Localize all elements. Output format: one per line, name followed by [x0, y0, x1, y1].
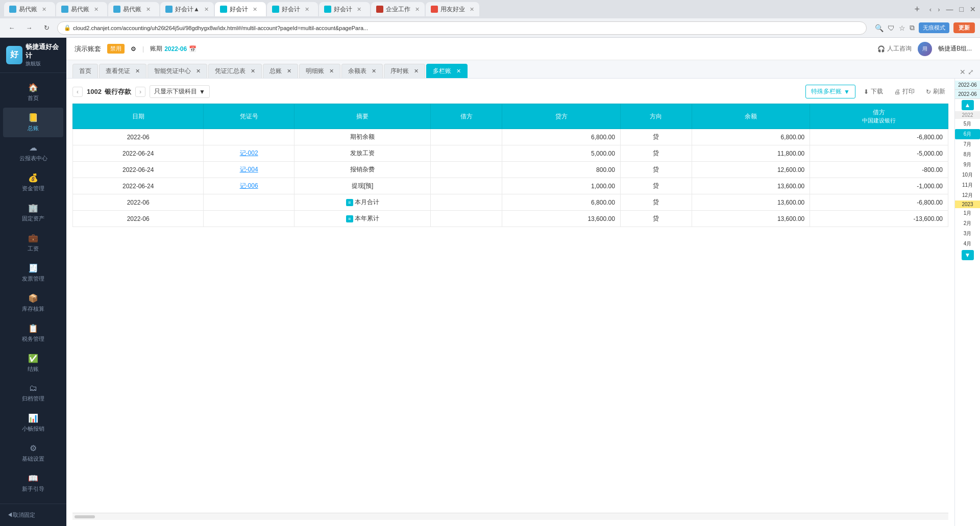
unpin-button[interactable]: ◀取消固定: [4, 508, 62, 522]
sidebar-item-归档管理[interactable]: 🗂归档管理: [3, 379, 63, 408]
minimize-button[interactable]: —: [946, 5, 953, 13]
browser-tab-7[interactable]: 好会计✕: [319, 2, 370, 16]
month-2023-4月[interactable]: 4月: [955, 239, 980, 249]
menu-icon-7: 📦: [28, 293, 38, 303]
cell-voucher-3[interactable]: 记-006: [204, 178, 294, 194]
page-tab-1[interactable]: 查看凭证✕: [99, 64, 146, 78]
update-button[interactable]: 更新: [953, 22, 975, 33]
star-icon[interactable]: ☆: [899, 24, 905, 32]
page-tab-close-7[interactable]: ✕: [414, 68, 419, 74]
page-tab-6[interactable]: 余额表✕: [341, 64, 383, 78]
sidebar-item-发票管理[interactable]: 🧾发票管理: [3, 258, 63, 288]
month-2023-2月[interactable]: 2月: [955, 218, 980, 229]
browser-tab-8[interactable]: 企业工作✕: [371, 2, 425, 16]
month-2023-1月[interactable]: 1月: [955, 208, 980, 218]
tab-close-9[interactable]: ✕: [470, 6, 474, 13]
page-tab-close-3[interactable]: ✕: [251, 68, 255, 74]
download-button[interactable]: ⬇ 下载: [861, 85, 886, 98]
refresh-ledger-button[interactable]: ↻ 刷新: [923, 85, 948, 98]
close-tab-button[interactable]: ✕: [960, 68, 966, 76]
month-2022-12月[interactable]: 12月: [955, 190, 980, 201]
new-tab-button[interactable]: +: [910, 2, 924, 16]
sidebar-item-云报表中心[interactable]: ☁云报表中心: [3, 138, 63, 167]
page-tab-close-5[interactable]: ✕: [329, 68, 334, 74]
month-2022-9月[interactable]: 9月: [955, 160, 980, 170]
tab-scroll-right[interactable]: ›: [938, 6, 940, 13]
sidebar-item-资金管理[interactable]: 💰资金管理: [3, 168, 63, 197]
tab-close-1[interactable]: ✕: [42, 6, 46, 13]
search-icon[interactable]: 🔍: [875, 24, 884, 32]
page-tab-close-2[interactable]: ✕: [196, 68, 201, 74]
page-tab-close-4[interactable]: ✕: [287, 68, 291, 74]
page-tab-8[interactable]: 多栏账✕: [426, 64, 468, 78]
no-trace-button[interactable]: 无痕模式: [919, 22, 949, 33]
sidebar-item-新手引导[interactable]: 📖新手引导: [3, 468, 63, 498]
page-tab-close-8[interactable]: ✕: [456, 68, 461, 74]
browser-tab-1[interactable]: 易代账✕: [4, 2, 55, 16]
sidebar-item-工资[interactable]: 💼工资: [3, 228, 63, 258]
sidebar-item-基础设置[interactable]: ⚙基础设置: [3, 438, 63, 468]
special-column-button[interactable]: 特殊多栏账 ▼: [805, 85, 855, 98]
month-2022-11月[interactable]: 11月: [955, 180, 980, 190]
settings-button[interactable]: ⚙: [131, 45, 136, 53]
forward-button[interactable]: →: [22, 21, 36, 35]
scroll-up-button[interactable]: ▲: [962, 100, 974, 110]
address-input[interactable]: 🔒 cloud2.chanjet.com/accounting/uh26t264…: [57, 21, 867, 35]
page-tab-4[interactable]: 总账✕: [263, 64, 298, 78]
month-2023-3月[interactable]: 3月: [955, 229, 980, 239]
split-screen-icon[interactable]: ⧉: [910, 23, 915, 32]
tab-close-3[interactable]: ✕: [146, 6, 151, 13]
browser-tab-6[interactable]: 好会计✕: [267, 2, 318, 16]
scrollbar-thumb[interactable]: [75, 515, 95, 518]
sidebar-item-小畅报销[interactable]: 📊小畅报销: [3, 408, 63, 438]
browser-tab-5[interactable]: 好会计✕: [215, 2, 266, 16]
demo-badge[interactable]: 禁用: [107, 44, 125, 54]
scroll-down-button[interactable]: ▼: [962, 250, 974, 260]
page-tab-2[interactable]: 智能凭证中心✕: [148, 64, 207, 78]
month-2022-6月[interactable]: 6月: [955, 129, 980, 139]
month-2022-10月[interactable]: 10月: [955, 170, 980, 180]
tab-close-6[interactable]: ✕: [305, 6, 309, 13]
sidebar-item-结账[interactable]: ✅结账: [3, 348, 63, 378]
page-tab-5[interactable]: 明细账✕: [299, 64, 340, 78]
tab-close-5[interactable]: ✕: [253, 6, 257, 13]
restore-button[interactable]: □: [960, 5, 964, 13]
month-2022-7月[interactable]: 7月: [955, 139, 980, 149]
close-window-button[interactable]: ✕: [970, 5, 976, 13]
sidebar-item-首页[interactable]: 🏠首页: [3, 78, 63, 107]
browser-tab-4[interactable]: 好会计▲✕: [160, 2, 214, 16]
page-tab-close-1[interactable]: ✕: [135, 68, 140, 74]
back-button[interactable]: ←: [5, 21, 18, 35]
page-tab-0[interactable]: 首页: [72, 64, 98, 78]
tab-close-2[interactable]: ✕: [94, 6, 99, 13]
maximize-tab-button[interactable]: ⤢: [968, 68, 974, 76]
sidebar-item-库存核算[interactable]: 📦库存核算: [3, 288, 63, 318]
sidebar-item-总账[interactable]: 📒总账: [3, 108, 63, 137]
sidebar-item-固定资产[interactable]: 🏢固定资产: [3, 198, 63, 228]
page-tab-3[interactable]: 凭证汇总表✕: [208, 64, 262, 78]
month-2022-5月[interactable]: 5月: [955, 119, 980, 129]
browser-tab-2[interactable]: 易代账✕: [56, 2, 107, 16]
page-tab-7[interactable]: 序时账✕: [384, 64, 425, 78]
cell-voucher-1[interactable]: 记-002: [204, 145, 294, 162]
browser-tab-3[interactable]: 易代账✕: [108, 2, 159, 16]
month-2022-8月[interactable]: 8月: [955, 149, 980, 160]
filter-button[interactable]: 只显示下级科目 ▼: [150, 85, 210, 98]
tab-scroll-left[interactable]: ‹: [929, 6, 932, 13]
tab-close-7[interactable]: ✕: [357, 6, 361, 13]
refresh-button[interactable]: ↻: [40, 21, 53, 35]
tab-close-8[interactable]: ✕: [415, 6, 420, 13]
page-tab-close-6[interactable]: ✕: [372, 68, 376, 74]
shield-icon[interactable]: 🛡: [888, 24, 895, 32]
period-button[interactable]: 账期 2022-06 📅: [150, 44, 197, 53]
browser-tab-9[interactable]: 用友好业✕: [426, 2, 479, 16]
sidebar-item-畅会员[interactable]: 👑畅会员: [3, 498, 63, 504]
cell-voucher-2[interactable]: 记-004: [204, 162, 294, 178]
account-prev-button[interactable]: ‹: [72, 87, 83, 97]
account-next-button[interactable]: ›: [135, 87, 145, 97]
print-button[interactable]: 🖨 打印: [891, 85, 918, 98]
consult-button[interactable]: 🎧 人工咨询: [877, 44, 912, 53]
horizontal-scrollbar[interactable]: [72, 513, 948, 520]
tab-close-4[interactable]: ✕: [204, 6, 209, 13]
sidebar-item-税务管理[interactable]: 📋税务管理: [3, 318, 63, 348]
